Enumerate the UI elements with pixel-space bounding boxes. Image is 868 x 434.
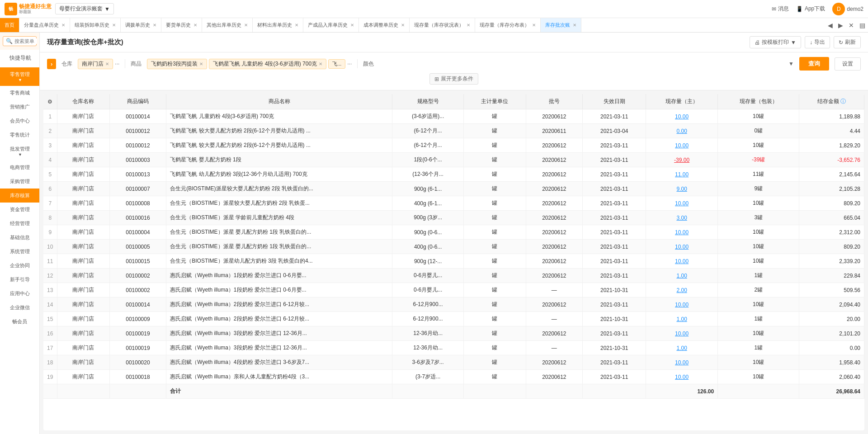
message-btn[interactable]: ✉ 消息 (772, 5, 789, 13)
col-qty-main: 现存量（主） (646, 94, 718, 109)
sidebar-item-operations[interactable]: 经营管理 (0, 217, 39, 231)
sidebar-item-purchase[interactable]: 采购管理 (0, 175, 39, 189)
tab-6[interactable]: 材料出库单历史 ✕ (253, 18, 303, 33)
tab-menu-arrow[interactable]: ▤ (857, 22, 868, 29)
query-button[interactable]: 查询 (799, 57, 829, 71)
sidebar-item-guide[interactable]: 新手引导 (0, 273, 39, 287)
cell-qty-main[interactable]: 1.00 (646, 312, 718, 326)
col-settings[interactable]: ⚙ (43, 94, 57, 109)
product-tag-more[interactable]: 飞... (328, 59, 345, 69)
tab-prev-arrow[interactable]: ◀ (825, 22, 835, 29)
user-area[interactable]: D demo2 (832, 3, 863, 15)
cell-qty-main[interactable]: -39.00 (646, 153, 718, 167)
tab-8[interactable]: 成本调整单历史 ✕ (359, 18, 410, 33)
sidebar-item-retail-mgmt[interactable]: 零售管理▼ (0, 67, 39, 86)
close-icon[interactable]: ✕ (193, 23, 197, 28)
cell-qty-main[interactable]: 11.00 (646, 167, 718, 182)
tab-home[interactable]: 首页 (0, 18, 19, 33)
cell-unit: 罐 (464, 283, 526, 297)
sidebar-item-wholesale[interactable]: 批发管理▼ (0, 142, 39, 160)
cell-unit: 罐 (464, 153, 526, 167)
filter-divider (125, 59, 125, 68)
cell-qty-main[interactable]: 1.00 (646, 269, 718, 283)
app-download-btn[interactable]: 📱 App下载 (796, 5, 825, 13)
cell-qty-main[interactable]: 10.00 (646, 297, 718, 312)
search-input[interactable] (14, 38, 37, 44)
cell-unit: 罐 (464, 326, 526, 341)
tab-4[interactable]: 要货单历史 ✕ (161, 18, 202, 33)
color-dropdown-icon[interactable]: ▼ (788, 61, 794, 67)
sidebar-search: 🔍 (0, 33, 39, 50)
sidebar-item-enterprise[interactable]: 企业协同 (0, 259, 39, 273)
close-icon[interactable]: ✕ (112, 23, 116, 28)
settings-icon[interactable]: ⚙ (47, 99, 52, 105)
close-icon[interactable]: ✕ (350, 23, 354, 28)
cell-num: 16 (43, 326, 57, 341)
footer-empty-1 (43, 384, 57, 399)
account-selector[interactable]: 母婴行业演示账套 ▼ (55, 3, 114, 14)
close-icon[interactable]: ✕ (61, 23, 65, 28)
cell-qty-main[interactable]: 0.00 (646, 124, 718, 138)
close-icon[interactable]: ✕ (401, 23, 405, 28)
cell-qty-main[interactable]: 10.00 (646, 370, 718, 384)
sidebar-item-marketing[interactable]: 营销推广 (0, 100, 39, 114)
cell-qty-main[interactable]: 10.00 (646, 138, 718, 153)
tab-7[interactable]: 产成品入库单历史 ✕ (303, 18, 359, 33)
tab-active[interactable]: 库存批次账 ✕ (541, 18, 581, 33)
sidebar-item-finance[interactable]: 资金管理 (0, 203, 39, 217)
close-icon[interactable]: ✕ (153, 23, 156, 28)
cell-batch: 20200612 (526, 138, 583, 153)
export-button[interactable]: ↓ 导出 (805, 36, 830, 48)
tab-3[interactable]: 调拨单历史 ✕ (121, 18, 161, 33)
product-tag-1-close[interactable]: ✕ (199, 61, 203, 66)
tab-next-arrow[interactable]: ▶ (835, 22, 846, 29)
sidebar-item-retail-mall[interactable]: 零售商城 (0, 86, 39, 100)
tab-10[interactable]: 现存量（库存分布表） ✕ (475, 18, 541, 33)
sidebar-item-inventory[interactable]: 库存核算 (0, 189, 39, 203)
expand-more-button[interactable]: ⊞ 展开更多条件 (429, 73, 478, 85)
tab-1[interactable]: 分量盘点单历史 ✕ (19, 18, 70, 33)
close-icon[interactable]: ✕ (573, 23, 576, 28)
cell-qty-main[interactable]: 1.00 (646, 341, 718, 355)
product-tag-2-close[interactable]: ✕ (319, 61, 322, 66)
col-warehouse: 仓库名称 (57, 94, 109, 109)
tab-9[interactable]: 现存量（库存状况表） ✕ (410, 18, 475, 33)
sidebar-item-ecommerce[interactable]: 电商管理 (0, 160, 39, 175)
close-icon[interactable]: ✕ (244, 23, 248, 28)
sidebar-item-wechat[interactable]: 企业微信 (0, 301, 39, 315)
close-icon[interactable]: ✕ (532, 23, 536, 28)
sidebar-item-basic-info[interactable]: 基础信息 (0, 231, 39, 245)
sidebar-item-quick-nav[interactable]: 快捷导航 (0, 52, 39, 65)
search-icon: 🔍 (6, 38, 13, 44)
sidebar-item-member2[interactable]: 畅会员 (0, 315, 39, 329)
template-print-button[interactable]: 🖨 按模板打印 ▼ (750, 36, 801, 48)
cell-qty-main[interactable]: 9.00 (646, 182, 718, 196)
refresh-button[interactable]: ↻ 刷新 (834, 36, 861, 48)
filter-more-btn[interactable]: ··· (115, 61, 119, 67)
sidebar-item-member[interactable]: 会员中心 (0, 114, 39, 128)
sidebar-item-app-center[interactable]: 应用中心 (0, 287, 39, 301)
cell-qty-main[interactable]: 2.00 (646, 283, 718, 297)
sidebar-item-retail-stats[interactable]: 零售统计 (0, 128, 39, 142)
filter-expand-btn[interactable]: › (47, 59, 56, 69)
cell-qty-main[interactable]: 10.00 (646, 326, 718, 341)
cell-warehouse: 南岸门店 (57, 283, 109, 297)
tab-close-arrow[interactable]: ✕ (846, 22, 857, 29)
sidebar-item-system[interactable]: 系统管理 (0, 245, 39, 259)
product-more-btn[interactable]: ··· (347, 61, 352, 67)
close-icon[interactable]: ✕ (467, 23, 470, 28)
warehouse-tag-close[interactable]: ✕ (105, 61, 109, 66)
close-icon[interactable]: ✕ (295, 23, 298, 28)
cell-qty-main[interactable]: 3.00 (646, 211, 718, 225)
tab-5[interactable]: 其他出库单历史 ✕ (202, 18, 253, 33)
cell-qty-main[interactable]: 10.00 (646, 196, 718, 211)
cell-qty-main[interactable]: 10.00 (646, 254, 718, 269)
expand-more-row: ⊞ 展开更多条件 (47, 71, 861, 85)
cell-qty-main[interactable]: 10.00 (646, 225, 718, 240)
cell-qty-main[interactable]: 10.00 (646, 355, 718, 370)
cell-qty-main[interactable]: 10.00 (646, 109, 718, 124)
sidebar-search-box[interactable]: 🔍 (3, 36, 37, 46)
cell-qty-main[interactable]: 10.00 (646, 240, 718, 254)
settings-button[interactable]: 设置 (835, 57, 861, 71)
tab-2[interactable]: 组装拆卸单历史 ✕ (70, 18, 121, 33)
